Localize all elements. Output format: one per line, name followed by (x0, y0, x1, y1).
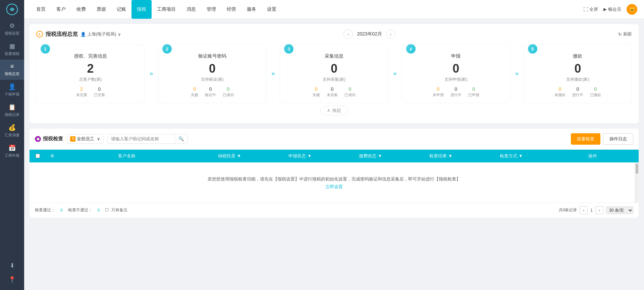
filter-icon-pay[interactable]: ▼ (378, 153, 382, 158)
filter-icon-declare[interactable]: ▼ (307, 153, 312, 158)
staff-selector[interactable]: 员 全部员工 ∨ (67, 134, 103, 144)
sidebar-item-download[interactable]: ⬇ (0, 259, 24, 273)
topnav-right: ⛶ 全屏 ▶ 畅会员 🐱 (583, 4, 637, 15)
nav-operations[interactable]: 经营 (221, 0, 241, 19)
step-4-stat-2-val: 0 (472, 86, 475, 92)
steps-row: 1 授权、完善信息 2 总客户数(家) 2 未完善 0 已完善 (36, 44, 632, 103)
check-title: ◉ 报税检查 (35, 136, 63, 142)
filter-icon-method[interactable]: ▼ (519, 153, 523, 158)
pass-label: 检查通过： (35, 207, 55, 213)
select-all-checkbox[interactable] (36, 154, 40, 158)
sidebar-item-settlement[interactable]: 💰 汇算清缴 (0, 121, 24, 141)
location-icon: 👤 (80, 32, 86, 37)
location-selector[interactable]: 👤 上海(电子税局) ∨ (80, 31, 121, 37)
nav-clients[interactable]: 客户 (51, 0, 71, 19)
step-3-stat-0-label: 失败 (313, 92, 320, 97)
tax-settings-icon: ⚙ (9, 22, 15, 29)
step-3-sub: 支持采集(家) (285, 77, 382, 82)
th-declare-status: 申报状态 ▼ (265, 150, 335, 162)
refresh-icon: ↻ (618, 32, 622, 37)
step-5-card: 5 缴款 0 支持缴款(家) 0 未缴款 0 进行中 (524, 44, 632, 103)
batch-check-button[interactable]: 批量检查 (571, 133, 600, 145)
next-month-button[interactable]: › (386, 29, 395, 39)
fail-count[interactable]: 0 (98, 208, 100, 213)
nav-settings[interactable]: 设置 (262, 0, 282, 19)
step-4-stat-1-label: 进行中 (450, 92, 462, 97)
app-logo[interactable] (0, 0, 24, 19)
main-area: 首页 客户 收费 票据 记账 报税 工商项目 消息 管理 经营 服务 设置 ⛶ … (24, 0, 644, 290)
sidebar-item-annual-report[interactable]: 📅 工商年报 (0, 141, 24, 161)
empty-message: 若您想使用报税检查功能，请先在【报税设置】中进行报税的初始化设置，完成密码验证和… (208, 175, 461, 184)
step-5-count: 0 (529, 62, 626, 75)
sidebar-item-batch-tax[interactable]: ▦ 批量报税 (0, 39, 24, 60)
collapse-button[interactable]: ∧ 收起 (320, 106, 348, 115)
step-4-sub: 支持申报(家) (408, 77, 504, 82)
nav-home[interactable]: 首页 (31, 0, 51, 19)
chevron-down-icon: ∨ (118, 32, 121, 37)
setup-link[interactable]: 立即设置 (325, 184, 343, 189)
step-2-stat-0-label: 失败 (191, 92, 198, 97)
th-client-name: 客户名称 (59, 150, 195, 162)
step-5-stat-0-val: 0 (559, 86, 561, 92)
annual-report-icon: 📅 (8, 144, 16, 152)
step-arrow-2: » (266, 44, 280, 103)
step-4-stat-2-label: 已申报 (468, 92, 479, 97)
sidebar-item-personal-report[interactable]: 👤 个税申报 (0, 80, 24, 100)
prev-page-button[interactable]: ‹ (580, 206, 588, 214)
fullscreen-icon: ⛶ (583, 7, 588, 12)
pass-count[interactable]: 0 (60, 208, 63, 213)
nav-messages[interactable]: 消息 (181, 0, 201, 19)
prev-month-button[interactable]: ‹ (343, 29, 353, 39)
step-1-num: 1 (41, 44, 50, 54)
sidebar: ⚙ 报税设置 ▦ 批量报税 ≡ 报税总览 👤 个税申报 📋 报税记录 💰 汇算清… (0, 0, 24, 290)
vip-button[interactable]: ▶ 畅会员 (603, 6, 621, 12)
tax-records-icon: 📋 (8, 103, 16, 111)
step-1-count: 2 (42, 62, 139, 75)
next-page-button[interactable]: › (595, 206, 603, 214)
step-2-stat-2-label: 已成功 (223, 92, 234, 97)
filter-icon-tax[interactable]: ▼ (237, 153, 241, 158)
gear-icon[interactable]: ⚙ (50, 153, 54, 158)
search-input[interactable] (108, 134, 175, 143)
step-3-title: 采集信息 (285, 53, 382, 59)
step-5-stat-2: 0 已缴款 (590, 86, 601, 97)
step-2-num: 2 (162, 44, 172, 54)
tax-check-card: ◉ 报税检查 员 全部员工 ∨ 🔍 批量检查 操作日志 (30, 129, 639, 218)
filter-icon-result[interactable]: ▼ (448, 153, 452, 158)
refresh-button[interactable]: ↻ 刷新 (618, 31, 632, 37)
table-body: 若您想使用报税检查功能，请先在【报税设置】中进行报税的初始化设置，完成密码验证和… (30, 162, 639, 203)
process-card-header: + 报税流程总览 👤 上海(电子税局) ∨ ‹ 2023年02月 › ↻ 刷新 (36, 29, 632, 39)
page-size-select[interactable]: 30 条/页 50 条/页 100 条/页 (606, 207, 633, 214)
avatar[interactable]: 🐱 (627, 4, 637, 15)
operation-log-button[interactable]: 操作日志 (603, 133, 633, 145)
fullscreen-button[interactable]: ⛶ 全屏 (583, 6, 598, 12)
step-1-stat-0-label: 未完善 (76, 92, 87, 97)
sidebar-item-tax-overview[interactable]: ≡ 报税总览 (0, 60, 24, 80)
nav-bizproject[interactable]: 工商项目 (152, 0, 181, 19)
search-button[interactable]: 🔍 (175, 134, 187, 143)
nav-fees[interactable]: 收费 (71, 0, 91, 19)
step-3-stat-1: 0 未采集 (327, 86, 338, 97)
step-5-stat-0-label: 未缴款 (554, 92, 566, 97)
step-4-card: 4 申报 0 支持申报(家) 0 未申报 0 进行中 (402, 44, 510, 103)
sidebar-item-location[interactable]: 📍 (0, 273, 24, 287)
sidebar-bottom: ⬇ 📍 (0, 259, 24, 290)
th-check-result: 检查结果 ▼ (406, 150, 476, 162)
step-4-count: 0 (408, 62, 504, 75)
step-2-stat-0-val: 0 (193, 86, 196, 92)
personal-report-icon: 👤 (8, 83, 16, 90)
nav-tax[interactable]: 报税 (131, 0, 152, 19)
table-scrollbar[interactable] (635, 162, 639, 203)
sidebar-item-tax-records[interactable]: 📋 报税记录 (0, 100, 24, 121)
nav-services[interactable]: 服务 (241, 0, 262, 19)
nav-accounting[interactable]: 记账 (111, 0, 131, 19)
nav-invoices[interactable]: 票据 (91, 0, 111, 19)
sidebar-item-tax-settings[interactable]: ⚙ 报税设置 (0, 19, 24, 39)
step-5-stats: 0 未缴款 0 进行中 0 已缴款 (529, 86, 626, 97)
step-5-stat-2-label: 已缴款 (590, 92, 601, 97)
process-overview-card: + 报税流程总览 👤 上海(电子税局) ∨ ‹ 2023年02月 › ↻ 刷新 (30, 24, 639, 123)
step-5-title: 缴款 (529, 53, 626, 59)
step-4-num: 4 (406, 44, 416, 54)
step-2-card: 2 验证账号密码 0 支持验证(家) 0 失败 0 验证中 (158, 44, 266, 103)
nav-management[interactable]: 管理 (201, 0, 221, 19)
